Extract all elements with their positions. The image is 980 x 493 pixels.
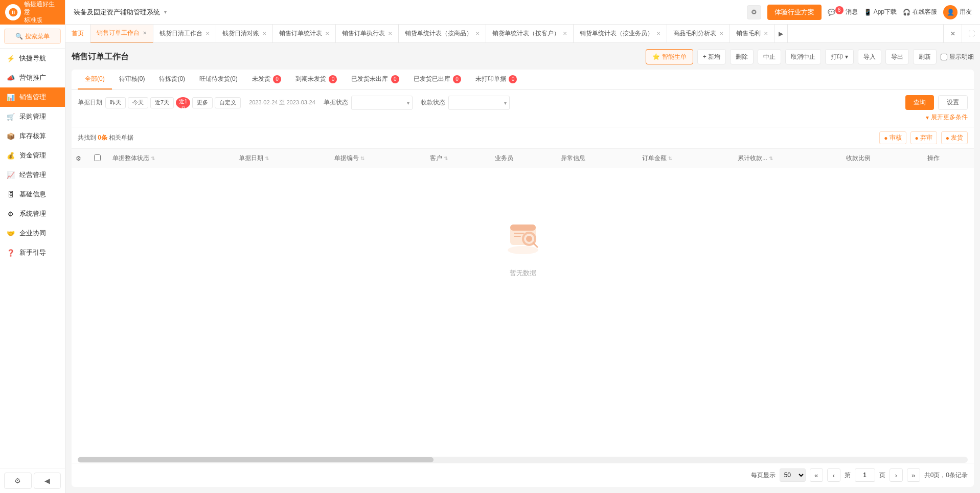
- filter-tabs: 全部(0) 待审核(0) 待拣货(0) 旺铺待发货(0) 未发货 0 到期未发货: [72, 70, 974, 90]
- tab-sales-summary-customer[interactable]: 销货单统计表（按客户） ✕: [486, 25, 574, 43]
- filter-tab-wangpu[interactable]: 旺铺待发货(0): [192, 70, 245, 89]
- tab-close-sales-more[interactable]: ✕: [764, 31, 768, 36]
- tab-close-all-button[interactable]: ✕: [943, 25, 962, 43]
- sidebar-nav-item-inventory[interactable]: 📦 库存核算: [0, 126, 65, 146]
- page-title: 销售订单工作台: [72, 52, 129, 62]
- more-btn[interactable]: 更多: [192, 97, 213, 108]
- tab-close-sales-summary-product[interactable]: ✕: [475, 31, 480, 36]
- filter-tab-not-shipped[interactable]: 未发货 0: [245, 70, 288, 89]
- svg-point-5: [526, 236, 532, 242]
- sidebar-nav-item-marketing[interactable]: 📣 营销推广: [0, 68, 65, 87]
- tab-close-sales-workbench[interactable]: ✕: [143, 30, 147, 36]
- tab-home[interactable]: 首页: [65, 25, 90, 43]
- prev-page-button[interactable]: ‹: [827, 468, 840, 482]
- status-sort-icon[interactable]: ⇅: [151, 155, 155, 161]
- cancel-review-batch-button[interactable]: ● 弃审: [910, 131, 937, 144]
- tab-sales-workbench[interactable]: 销售订单工作台 ✕: [90, 25, 153, 43]
- search-button[interactable]: 查询: [905, 95, 934, 110]
- industry-btn[interactable]: 体验行业方案: [767, 5, 822, 20]
- collected-sort-icon[interactable]: ⇅: [769, 155, 773, 161]
- select-all-checkbox[interactable]: [94, 154, 101, 161]
- 7days-btn[interactable]: 近7天: [150, 97, 174, 108]
- page-input[interactable]: [855, 468, 875, 482]
- last-page-button[interactable]: »: [907, 468, 920, 482]
- filter-tab-pending-pickup[interactable]: 待拣货(0): [152, 70, 192, 89]
- tab-sales-stats[interactable]: 销售订单统计表 ✕: [273, 25, 336, 43]
- filter-tab-not-printed[interactable]: 未打印单据 0: [468, 70, 524, 89]
- refresh-button[interactable]: 刷新: [913, 49, 937, 64]
- first-page-button[interactable]: «: [810, 468, 823, 482]
- tab-cash-daily[interactable]: 钱货日清工作台 ✕: [153, 25, 216, 43]
- tab-close-sales-summary-staff[interactable]: ✕: [656, 31, 660, 36]
- custom-btn[interactable]: 自定义: [215, 97, 241, 108]
- app-download-tool[interactable]: 📱 App下载: [864, 8, 897, 16]
- date-sort-icon[interactable]: ⇅: [265, 155, 269, 161]
- gear-button[interactable]: ⚙: [747, 5, 761, 19]
- filter-tab-shipped-out[interactable]: 已发货已出库 0: [406, 70, 468, 89]
- show-detail-input[interactable]: [941, 54, 947, 60]
- tab-sales-exec[interactable]: 销售订单执行表 ✕: [336, 25, 399, 43]
- settings-bottom-button[interactable]: ⚙: [4, 473, 32, 489]
- message-tool[interactable]: 💬 6 消息: [828, 8, 858, 16]
- status-select[interactable]: [351, 96, 413, 110]
- tab-close-product-margin[interactable]: ✕: [719, 31, 723, 36]
- cancel-stop-button[interactable]: 取消中止: [785, 49, 821, 64]
- search-menu-button[interactable]: 🔍 搜索菜单: [4, 29, 61, 44]
- sidebar-nav-item-sales[interactable]: 📊 销售管理: [0, 87, 65, 107]
- sidebar-nav-item-operation[interactable]: 📈 经营管理: [0, 165, 65, 185]
- online-service-tool[interactable]: 🎧 在线客服: [903, 8, 937, 16]
- add-button[interactable]: + 新增: [697, 49, 726, 64]
- next-page-button[interactable]: ›: [890, 468, 903, 482]
- table-scroll-area[interactable]: ⚙ 单据整体状态 ⇅ 单据日期 ⇅: [72, 149, 974, 457]
- sidebar-nav-item-purchase[interactable]: 🛒 采购管理: [0, 107, 65, 126]
- payment-select[interactable]: [448, 96, 510, 110]
- tab-cash-reconcile[interactable]: 钱货日清对账 ✕: [216, 25, 273, 43]
- filter-tab-overdue[interactable]: 到期未发货 0: [288, 70, 344, 89]
- 1month-btn[interactable]: 近1月: [176, 97, 190, 108]
- sidebar-nav-item-system[interactable]: ⚙ 系统管理: [0, 204, 65, 223]
- show-detail-checkbox[interactable]: 显示明细: [941, 53, 974, 61]
- tab-sales-more[interactable]: 销售毛利 ✕: [730, 25, 774, 43]
- smart-create-button[interactable]: ⭐ 智能生单: [646, 49, 693, 64]
- horizontal-scrollbar[interactable]: [78, 457, 968, 463]
- customer-sort-icon[interactable]: ⇅: [444, 155, 448, 161]
- tab-close-cash-daily[interactable]: ✕: [206, 31, 210, 36]
- tab-more-button[interactable]: ▶: [774, 25, 788, 43]
- sidebar-nav-item-finance[interactable]: 💰 资金管理: [0, 146, 65, 165]
- tab-close-sales-summary-customer[interactable]: ✕: [563, 31, 567, 36]
- expand-conditions-button[interactable]: ▾ 展开更多条件: [926, 113, 968, 122]
- collapse-button[interactable]: ◀: [34, 473, 61, 489]
- tab-close-sales-exec[interactable]: ✕: [388, 31, 392, 36]
- stop-button[interactable]: 中止: [758, 49, 781, 64]
- scrollbar-thumb[interactable]: [78, 457, 434, 462]
- tab-sales-summary-product[interactable]: 销货单统计表（按商品） ✕: [399, 25, 486, 43]
- tab-close-cash-reconcile[interactable]: ✕: [262, 31, 266, 36]
- import-button[interactable]: 导入: [858, 49, 881, 64]
- number-sort-icon[interactable]: ⇅: [360, 155, 364, 161]
- sidebar-nav-item-guide[interactable]: ❓ 新手引导: [0, 243, 65, 262]
- col-settings[interactable]: ⚙: [72, 149, 90, 168]
- user-tool[interactable]: 👤 用友: [943, 5, 972, 19]
- filter-tab-shipped-not-out[interactable]: 已发货未出库 0: [344, 70, 406, 89]
- yesterday-btn[interactable]: 昨天: [105, 97, 126, 108]
- system-title: 装备及固定资产辅助管理系统 ▾: [74, 8, 741, 17]
- today-btn[interactable]: 今天: [128, 97, 148, 108]
- filter-tab-pending-review[interactable]: 待审核(0): [112, 70, 152, 89]
- filter-tab-all[interactable]: 全部(0): [78, 70, 112, 89]
- set-button[interactable]: 设置: [938, 95, 968, 110]
- review-batch-button[interactable]: ● 审核: [879, 131, 906, 144]
- tab-fullscreen-button[interactable]: ⛶: [962, 25, 980, 43]
- sidebar-nav-item-coop[interactable]: 🤝 企业协同: [0, 223, 65, 243]
- col-checkbox[interactable]: [90, 149, 108, 168]
- tab-product-margin[interactable]: 商品毛利分析表 ✕: [667, 25, 730, 43]
- delete-button[interactable]: 删除: [730, 49, 754, 64]
- per-page-select[interactable]: 50 100 200: [780, 468, 806, 482]
- tab-sales-summary-staff[interactable]: 销货单统计表（按业务员） ✕: [574, 25, 667, 43]
- export-button[interactable]: 导出: [885, 49, 909, 64]
- ship-batch-button[interactable]: ● 发货: [941, 131, 968, 144]
- sidebar-nav-item-basic[interactable]: 🗄 基础信息: [0, 185, 65, 204]
- tab-close-sales-stats[interactable]: ✕: [325, 31, 329, 36]
- print-button[interactable]: 打印 ▾: [825, 49, 854, 64]
- sidebar-nav-item-quick-nav[interactable]: ⚡ 快捷导航: [0, 49, 65, 68]
- amount-sort-icon[interactable]: ⇅: [668, 155, 672, 161]
